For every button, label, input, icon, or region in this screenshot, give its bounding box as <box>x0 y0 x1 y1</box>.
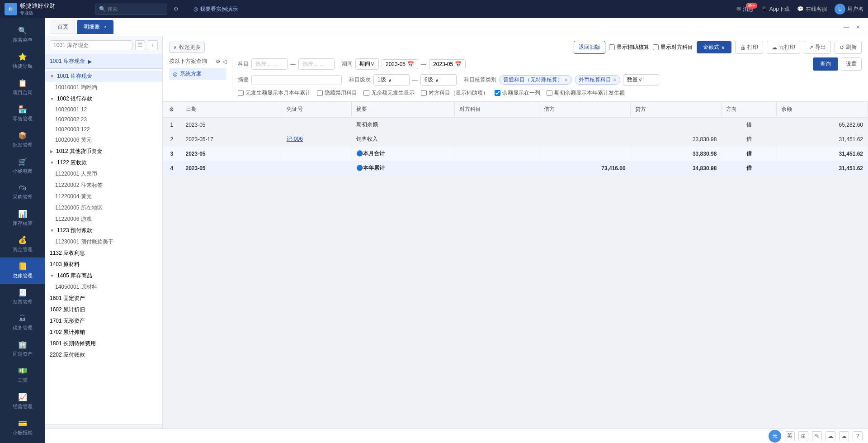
tree-item-1132[interactable]: 1132 应收利息 <box>45 248 162 259</box>
chat-btn[interactable]: 云 <box>769 430 781 443</box>
sidebar-item-project[interactable]: 📋 项目合同 <box>0 74 45 100</box>
check-no-amount[interactable]: 无发生额显示本月本年累计 <box>238 89 311 97</box>
upload-btn[interactable]: ☁ <box>826 431 835 441</box>
tag-close-2[interactable]: × <box>613 77 616 83</box>
check-hide-disabled[interactable]: 隐藏禁用科目 <box>317 89 357 97</box>
check-balance-col[interactable]: 余额显示在一列 <box>495 89 540 97</box>
tree-item-1001[interactable]: ▼ 1001 库存现金 <box>45 71 162 82</box>
account-tree-hscroll[interactable] <box>45 424 162 429</box>
sidebar-item-wholesale[interactable]: 📦 批发管理 <box>0 127 45 153</box>
sidebar-item-basic[interactable]: ℹ 基础信息 <box>0 441 45 443</box>
tree-item-1122[interactable]: ▼ 1122 应收款 <box>45 157 162 168</box>
account-search-box[interactable] <box>50 40 132 50</box>
eng-btn[interactable]: 英 <box>785 431 795 441</box>
settings-icon[interactable]: ⚙ <box>171 4 181 14</box>
tree-item-11230001[interactable]: 11230001 预付账款美于 <box>45 236 162 248</box>
sidebar-item-expense[interactable]: 💳 小畅报销 <box>0 414 45 441</box>
tab-close-all-btn[interactable]: ✕ <box>854 23 863 32</box>
tag-close-1[interactable]: × <box>565 77 568 83</box>
tree-item-11220002[interactable]: 11220002 往来标签 <box>45 180 162 191</box>
account-nav-prev[interactable]: ☰ <box>135 40 145 50</box>
sidebar-item-tax[interactable]: 🏛 税务管理 <box>0 310 45 336</box>
tree-item-1403[interactable]: 1403 原材料 <box>45 259 162 270</box>
print-btn[interactable]: 🖨 打印 <box>735 41 763 54</box>
tree-item-11220001[interactable]: 11220001 人民币 <box>45 168 162 180</box>
tree-item-1702[interactable]: 1702 累计摊销 <box>45 327 162 338</box>
col-settings[interactable]: ⚙ <box>163 102 181 117</box>
sidebar-item-inventory[interactable]: 📊 库存核算 <box>0 205 45 231</box>
show-aux-check[interactable]: 显示辅助核算 <box>609 43 649 51</box>
app-download-btn[interactable]: 📱 App下载 <box>761 5 790 13</box>
period-start-date[interactable]: 2023-05 📅 <box>382 59 418 69</box>
sidebar-item-quick[interactable]: ⭐ 快捷导航 <box>0 48 45 74</box>
tab-close-btn[interactable]: × <box>104 24 107 29</box>
tree-item-10010001[interactable]: 10010001 哟哟哟 <box>45 82 162 93</box>
tree-item-1002[interactable]: ▼ 1002 银行存款 <box>45 93 162 105</box>
tree-item-1405[interactable]: ▼ 1405 库存商品 <box>45 270 162 281</box>
tree-item-2202[interactable]: 2202 应付账款 <box>45 349 162 361</box>
expand-btn[interactable]: ⊞ <box>798 431 808 441</box>
account-nav-add[interactable]: + <box>148 40 158 50</box>
tree-item-10020006[interactable]: 10020006 黄元 <box>45 134 162 146</box>
period-end-date[interactable]: 2023-05 📅 <box>429 59 466 69</box>
tab-min-btn[interactable]: — <box>842 23 851 32</box>
tree-item-11220005[interactable]: 11220005 所在地区 <box>45 202 162 214</box>
tree-item-1801[interactable]: 1801 长期待摊费用 <box>45 338 162 349</box>
voucher-link-2[interactable]: 记-006 <box>287 136 303 142</box>
user-btn[interactable]: U 用户名 <box>835 4 863 14</box>
subject-select-start[interactable]: 选择... ... <box>251 58 288 70</box>
tree-item-10020003[interactable]: 10020003 122 <box>45 124 162 134</box>
quantity-select[interactable]: 数量∨ <box>623 74 659 86</box>
sidebar-item-retail[interactable]: 🏪 零售管理 <box>0 100 45 127</box>
set-btn[interactable]: 设置 <box>841 57 862 71</box>
query-btn[interactable]: 查询 <box>813 57 838 71</box>
demo-btn[interactable]: ◎ 我要看实例演示 <box>193 5 238 13</box>
tree-item-1123[interactable]: ▼ 1123 预付账款 <box>45 225 162 236</box>
tree-item-10020002[interactable]: 10020002 23 <box>45 114 162 124</box>
tab-home[interactable]: 首页 <box>51 20 75 34</box>
refresh-btn[interactable]: ↺ 刷新 <box>835 41 862 54</box>
cloud-print-btn[interactable]: ☁ 云打印 <box>767 41 800 54</box>
message-btn[interactable]: ✉ 消息 99+ <box>736 5 754 13</box>
desc-input[interactable] <box>251 75 342 85</box>
level-end-select[interactable]: 6级 ∨ <box>420 74 457 86</box>
amount-btn[interactable]: 金额式 ∨ <box>697 41 731 53</box>
help-btn[interactable]: ? <box>853 431 863 441</box>
sidebar-item-ledger[interactable]: 📒 总账管理 <box>0 257 45 284</box>
check-contra[interactable]: 对方科目（显示辅助项） <box>421 89 488 97</box>
edit-btn[interactable]: ✎ <box>812 431 822 441</box>
sidebar-item-purchase[interactable]: 🛍 采购管理 <box>0 179 45 205</box>
tab-ledger[interactable]: 明细账 × <box>77 20 113 34</box>
sidebar-item-management[interactable]: 📈 经营管理 <box>0 388 45 414</box>
tree-item-11220004[interactable]: 11220004 黄元 <box>45 191 162 202</box>
tree-item-10020001[interactable]: 10020001 12 <box>45 105 162 114</box>
tree-item-1012[interactable]: ▶ 1012 其他货币资金 <box>45 146 162 157</box>
sidebar-item-ecommerce[interactable]: 🛒 小畅电商 <box>0 153 45 179</box>
online-service-btn[interactable]: 💬 在线客服 <box>797 5 827 13</box>
tree-item-1601[interactable]: 1601 固定资产 <box>45 293 162 304</box>
scheme-settings-icon[interactable]: ⚙ <box>216 58 221 65</box>
tree-item-14050001[interactable]: 14050001 原材料 <box>45 281 162 293</box>
level-start-select[interactable]: 1级 ∨ <box>373 74 410 86</box>
sidebar-item-finance[interactable]: 💰 资金管理 <box>0 231 45 257</box>
scheme-collapse-icon[interactable]: ◁ <box>222 58 226 65</box>
sidebar-item-search[interactable]: 🔍 搜索菜单 <box>0 22 45 48</box>
account-search-input[interactable] <box>53 42 129 48</box>
subject-select-end[interactable]: 选择... ... <box>298 58 335 70</box>
show-contra-check[interactable]: 显示对方科目 <box>653 43 693 51</box>
period-type-select[interactable]: 期间∨ <box>355 58 379 70</box>
sync-btn[interactable]: ☁ <box>839 431 849 441</box>
collapse-btn[interactable]: ∧ 收起更多 <box>169 42 205 53</box>
check-opening[interactable]: 期初余额显示本年累计发生额 <box>547 89 625 97</box>
topbar-search-box[interactable]: 🔍 搜索 <box>95 4 167 15</box>
system-scheme-item[interactable]: ◎ 系统方案 <box>169 68 226 80</box>
sidebar-item-salary[interactable]: 💵 工资 <box>0 362 45 388</box>
back-old-btn[interactable]: 退回旧版 <box>574 41 605 54</box>
sidebar-item-invoice[interactable]: 🧾 发票管理 <box>0 284 45 310</box>
sidebar-item-asset[interactable]: 🏢 固定资产 <box>0 336 45 362</box>
tree-item-11220006[interactable]: 11220006 游戏 <box>45 214 162 225</box>
tree-item-1602[interactable]: 1602 累计折旧 <box>45 304 162 315</box>
export-btn[interactable]: ↗ 导出 <box>804 41 831 54</box>
check-no-balance[interactable]: 无余额无发生显示 <box>363 89 415 97</box>
tree-item-1701[interactable]: 1701 无形资产 <box>45 315 162 327</box>
